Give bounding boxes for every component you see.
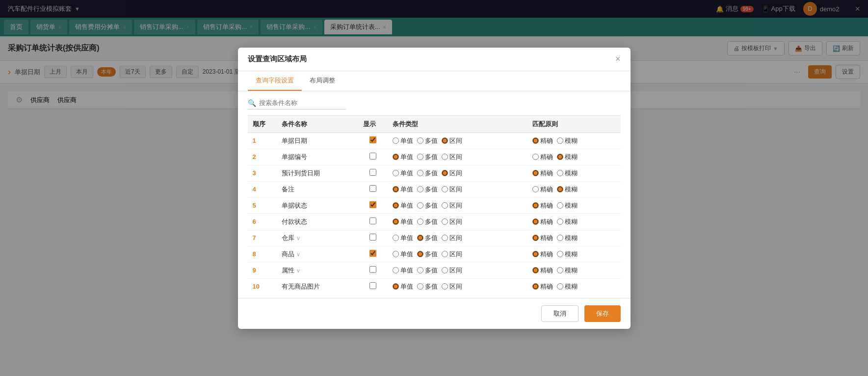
row-name: 付款状态 (277, 214, 358, 230)
row-name: 仓库 ∨ (277, 230, 358, 246)
row-display (358, 214, 387, 230)
row-match: 精确模糊 (527, 133, 621, 149)
match-exact-option[interactable]: 精确 (532, 185, 553, 194)
row-order: 6 (248, 214, 277, 230)
type-multi-option[interactable]: 多值 (417, 153, 438, 161)
match-exact-option[interactable]: 精确 (532, 136, 553, 145)
type-single-option[interactable]: 单值 (393, 217, 413, 226)
row-type: 单值多值区间 (388, 181, 527, 197)
type-single-option[interactable]: 单值 (393, 136, 413, 145)
table-row: 10有无商品图片单值多值区间精确模糊 (248, 278, 621, 280)
display-checkbox[interactable] (369, 266, 376, 273)
type-multi-option[interactable]: 多值 (417, 234, 438, 242)
type-multi-option[interactable]: 多值 (417, 201, 438, 210)
col-header-type: 条件类型 (388, 115, 527, 133)
display-checkbox[interactable] (369, 185, 376, 192)
row-order: 7 (248, 230, 277, 246)
display-checkbox[interactable] (369, 201, 376, 208)
type-single-option[interactable]: 单值 (393, 153, 413, 161)
row-type: 单值多值区间 (388, 230, 527, 246)
type-range-option[interactable]: 区间 (442, 217, 462, 226)
condition-search-input[interactable] (259, 99, 346, 107)
match-fuzzy-option[interactable]: 模糊 (557, 169, 578, 178)
type-multi-option[interactable]: 多值 (417, 217, 438, 226)
match-exact-option[interactable]: 精确 (532, 266, 553, 275)
type-range-option[interactable]: 区间 (442, 201, 462, 210)
modal-overlay: 设置查询区域布局 × 查询字段设置 布局调整 🔍 (0, 0, 868, 280)
type-single-option[interactable]: 单值 (393, 234, 413, 242)
display-checkbox[interactable] (369, 234, 376, 241)
display-checkbox[interactable] (369, 250, 376, 257)
row-match: 精确模糊 (527, 246, 621, 262)
conditions-table-scroll[interactable]: 顺序 条件名称 显示 条件类型 匹配原则 1单据日期单值多值区间精确模糊2单据编… (248, 115, 621, 280)
condition-search-box: 🔍 (248, 97, 346, 109)
table-row: 4备注单值多值区间精确模糊 (248, 181, 621, 197)
type-multi-option[interactable]: 多值 (417, 185, 438, 194)
match-exact-option[interactable]: 精确 (532, 250, 553, 259)
row-type: 单值多值区间 (388, 149, 527, 165)
row-match: 精确模糊 (527, 262, 621, 278)
match-fuzzy-option[interactable]: 模糊 (557, 201, 578, 210)
type-single-option[interactable]: 单值 (393, 250, 413, 259)
row-order: 4 (248, 181, 277, 197)
col-header-match: 匹配原则 (527, 115, 621, 133)
match-exact-option[interactable]: 精确 (532, 217, 553, 226)
display-checkbox[interactable] (369, 153, 376, 160)
row-name: 商品 ∨ (277, 246, 358, 262)
table-row: 5单据状态单值多值区间精确模糊 (248, 197, 621, 214)
row-type: 单值多值区间 (388, 278, 527, 280)
row-display (358, 262, 387, 278)
type-multi-option[interactable]: 多值 (417, 169, 438, 178)
row-display (358, 197, 387, 214)
type-range-option[interactable]: 区间 (442, 185, 462, 194)
match-fuzzy-option[interactable]: 模糊 (557, 250, 578, 259)
row-name: 单据日期 (277, 133, 358, 149)
row-match: 精确模糊 (527, 278, 621, 280)
match-fuzzy-option[interactable]: 模糊 (557, 217, 578, 226)
type-range-option[interactable]: 区间 (442, 266, 462, 275)
dropdown-icon: ∨ (296, 268, 300, 273)
match-fuzzy-option[interactable]: 模糊 (557, 185, 578, 194)
table-row: 9属性 ∨单值多值区间精确模糊 (248, 262, 621, 278)
row-order: 8 (248, 246, 277, 262)
type-single-option[interactable]: 单值 (393, 169, 413, 178)
row-name: 单据状态 (277, 197, 358, 214)
match-fuzzy-option[interactable]: 模糊 (557, 266, 578, 275)
match-fuzzy-option[interactable]: 模糊 (557, 234, 578, 242)
type-range-option[interactable]: 区间 (442, 234, 462, 242)
match-exact-option[interactable]: 精确 (532, 153, 553, 161)
type-multi-option[interactable]: 多值 (417, 266, 438, 275)
row-display (358, 165, 387, 181)
match-exact-option[interactable]: 精确 (532, 169, 553, 178)
row-display (358, 149, 387, 165)
match-fuzzy-option[interactable]: 模糊 (557, 136, 578, 145)
search-icon: 🔍 (248, 99, 256, 107)
display-checkbox[interactable] (369, 217, 376, 224)
row-type: 单值多值区间 (388, 197, 527, 214)
type-range-option[interactable]: 区间 (442, 250, 462, 259)
type-multi-option[interactable]: 多值 (417, 136, 438, 145)
dropdown-icon: ∨ (296, 251, 300, 257)
row-name: 预计到货日期 (277, 165, 358, 181)
type-single-option[interactable]: 单值 (393, 266, 413, 275)
row-name: 单据编号 (277, 149, 358, 165)
settings-modal: 设置查询区域布局 × 查询字段设置 布局调整 🔍 (238, 48, 631, 280)
col-header-name: 条件名称 (277, 115, 358, 133)
row-order: 2 (248, 149, 277, 165)
type-multi-option[interactable]: 多值 (417, 250, 438, 259)
modal-close-btn[interactable]: × (615, 54, 621, 63)
modal-tab-query-fields[interactable]: 查询字段设置 (248, 71, 302, 91)
display-checkbox[interactable] (369, 169, 376, 176)
dropdown-icon: ∨ (296, 235, 300, 241)
modal-tab-layout[interactable]: 布局调整 (302, 71, 343, 91)
type-single-option[interactable]: 单值 (393, 201, 413, 210)
display-checkbox[interactable] (369, 136, 376, 143)
match-exact-option[interactable]: 精确 (532, 201, 553, 210)
match-exact-option[interactable]: 精确 (532, 234, 553, 242)
type-range-option[interactable]: 区间 (442, 153, 462, 161)
type-range-option[interactable]: 区间 (442, 169, 462, 178)
type-single-option[interactable]: 单值 (393, 185, 413, 194)
match-fuzzy-option[interactable]: 模糊 (557, 153, 578, 161)
type-range-option[interactable]: 区间 (442, 136, 462, 145)
modal-title: 设置查询区域布局 (248, 54, 307, 64)
